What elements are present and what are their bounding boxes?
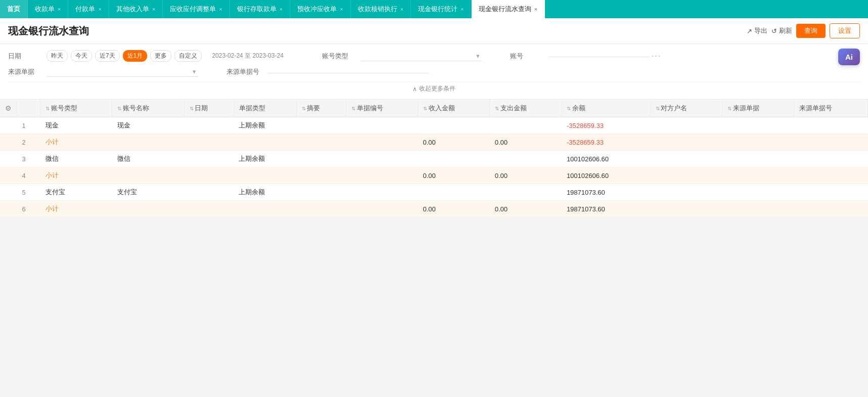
table-header-row: ⚙ ⇅ 账号类型 ⇅ 账号名称 ⇅ 日期 单据类型 ⇅ 摘要 <box>0 100 868 117</box>
refresh-button[interactable]: ↺ 刷新 <box>771 26 792 35</box>
nav-item-other-income[interactable]: 其他收入单 × <box>109 0 163 18</box>
chevron-down-icon: ▾ <box>476 52 480 60</box>
ai-assistant-button[interactable]: Ai <box>838 49 860 65</box>
more-options-button[interactable]: ··· <box>652 52 661 61</box>
table-row: 3 微信 微信 上期余额 100102606.60 <box>0 151 868 167</box>
row-account-type: 支付宝 <box>40 184 112 201</box>
row-doc-type <box>234 167 296 184</box>
row-income <box>418 151 489 167</box>
nav-item-stats[interactable]: 现金银行统计 × <box>411 0 471 18</box>
row-doc-type: 上期余额 <box>234 117 296 134</box>
chevron-down-icon: ▾ <box>193 68 196 75</box>
close-icon[interactable]: × <box>400 6 403 12</box>
th-date: ⇅ 日期 <box>184 100 234 117</box>
date-btn-more[interactable]: 更多 <box>150 50 171 62</box>
table-row: 6 小计 0.00 0.00 19871073.60 <box>0 201 868 217</box>
row-summary <box>296 134 346 151</box>
row-doc-type <box>234 201 296 217</box>
date-btn-7days[interactable]: 近7天 <box>95 50 120 62</box>
row-account-name: 现金 <box>112 117 184 134</box>
date-options: 昨天 今天 近7天 近1月 更多 自定义 <box>47 50 202 62</box>
nav-bank-label: 银行存取款单 <box>237 5 277 14</box>
close-icon[interactable]: × <box>534 6 537 12</box>
row-source-doc-no <box>794 167 867 184</box>
source-doc-no-input[interactable] <box>267 71 429 73</box>
query-button[interactable]: 查询 <box>796 24 826 38</box>
th-balance: ⇅ 余额 <box>562 100 650 117</box>
row-balance: -3528659.33 <box>562 117 650 134</box>
row-doc-no <box>346 201 418 217</box>
row-settings <box>0 151 17 167</box>
row-number: 1 <box>17 117 40 134</box>
source-doc-select[interactable]: ▾ <box>47 67 198 77</box>
row-income: 0.00 <box>418 201 489 217</box>
row-income <box>418 184 489 201</box>
export-icon: ↗ <box>747 27 752 35</box>
row-settings <box>0 184 17 201</box>
row-expense: 0.00 <box>490 134 562 151</box>
close-icon[interactable]: × <box>219 6 222 12</box>
date-btn-yesterday[interactable]: 昨天 <box>47 50 68 62</box>
account-type-select[interactable]: ▾ <box>360 51 482 61</box>
row-account-name <box>112 134 184 151</box>
row-settings <box>0 134 17 151</box>
refresh-icon: ↺ <box>771 27 777 35</box>
header-actions: ↗ 导出 ↺ 刷新 查询 设置 <box>747 23 860 38</box>
row-number: 5 <box>17 184 40 201</box>
nav-item-bank[interactable]: 银行存取款单 × <box>230 0 290 18</box>
nav-adjust-label: 应收应付调整单 <box>170 5 216 14</box>
account-type-label: 账号类型 <box>322 52 352 61</box>
row-summary <box>296 184 346 201</box>
row-doc-type: 上期余额 <box>234 151 296 167</box>
nav-item-payment[interactable]: 付款单 × <box>68 0 109 18</box>
table-row: 1 现金 现金 上期余额 -3528659.33 <box>0 117 868 134</box>
close-icon[interactable]: × <box>58 6 61 12</box>
close-icon[interactable]: × <box>340 6 343 12</box>
close-icon[interactable]: × <box>152 6 155 12</box>
close-icon[interactable]: × <box>98 6 101 12</box>
close-icon[interactable]: × <box>280 6 283 12</box>
nav-item-home[interactable]: 首页 <box>0 0 28 18</box>
row-doc-no <box>346 167 418 184</box>
nav-item-flow-query[interactable]: 现金银行流水查询 × <box>472 0 545 18</box>
nav-item-receipt[interactable]: 收款单 × <box>28 0 68 18</box>
row-counterparty <box>650 117 722 134</box>
row-source-doc-no <box>794 184 867 201</box>
row-counterparty <box>650 167 722 184</box>
collapse-bar[interactable]: ∧ 收起更多条件 <box>8 82 860 95</box>
row-summary <box>296 117 346 134</box>
nav-payment-label: 付款单 <box>75 5 95 14</box>
th-doc-no: ⇅ 单据编号 <box>346 100 418 117</box>
account-input[interactable] <box>549 55 650 57</box>
nav-item-verify[interactable]: 收款核销执行 × <box>351 0 411 18</box>
date-btn-custom[interactable]: 自定义 <box>174 50 202 62</box>
row-doc-no <box>346 134 418 151</box>
row-account-type: 小计 <box>40 134 112 151</box>
date-btn-today[interactable]: 今天 <box>71 50 92 62</box>
export-button[interactable]: ↗ 导出 <box>747 26 767 35</box>
row-source-doc-no <box>794 151 867 167</box>
row-source-doc <box>722 201 794 217</box>
th-doc-type: 单据类型 <box>234 100 296 117</box>
close-icon[interactable]: × <box>461 6 464 12</box>
row-summary <box>296 167 346 184</box>
gear-icon[interactable]: ⚙ <box>5 104 12 112</box>
row-date <box>184 134 234 151</box>
date-btn-1month[interactable]: 近1月 <box>123 50 148 62</box>
row-doc-type <box>234 134 296 151</box>
row-source-doc-no <box>794 134 867 151</box>
nav-item-prepay[interactable]: 预收冲应收单 × <box>290 0 350 18</box>
settings-button[interactable]: 设置 <box>830 23 860 38</box>
nav-other-income-label: 其他收入单 <box>116 5 149 14</box>
nav-item-adjust[interactable]: 应收应付调整单 × <box>163 0 230 18</box>
row-doc-no <box>346 151 418 167</box>
row-expense: 0.00 <box>490 201 562 217</box>
row-expense <box>490 151 562 167</box>
row-expense <box>490 184 562 201</box>
row-income: 0.00 <box>418 167 489 184</box>
row-counterparty <box>650 201 722 217</box>
filter-row-source: 来源单据 ▾ 来源单据号 <box>8 67 860 77</box>
row-counterparty <box>650 134 722 151</box>
table-row: 4 小计 0.00 0.00 100102606.60 <box>0 167 868 184</box>
row-source-doc-no <box>794 201 867 217</box>
